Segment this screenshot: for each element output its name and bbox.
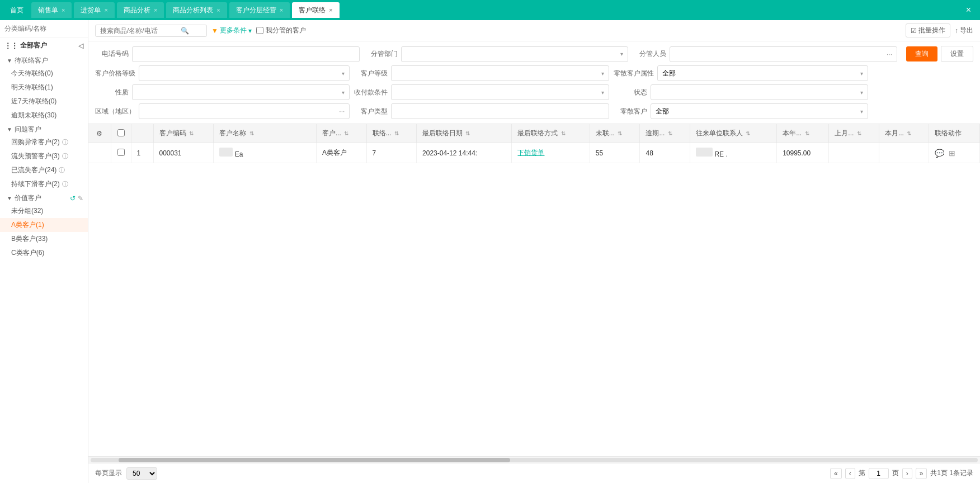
col-type[interactable]: 客户... ⇅ <box>316 124 366 143</box>
row-checkbox[interactable] <box>111 143 131 163</box>
col-this-year[interactable]: 本年... ⇅ <box>777 124 829 143</box>
close-tab-analysis[interactable]: × <box>154 7 157 13</box>
nav-home[interactable]: 首页 <box>4 2 29 18</box>
close-all-tabs[interactable]: × <box>962 5 976 15</box>
info-icon-declining[interactable]: ⓘ <box>62 180 68 188</box>
filter-phone-input[interactable] <box>132 46 360 62</box>
close-tab-customer-mgmt[interactable]: × <box>280 7 283 13</box>
sidebar-collapse-btn[interactable]: ◁ <box>78 42 83 50</box>
filter-row-2: 客户价格等级 ▾ 客户等级 ▾ 零散客户属性 全部 <box>95 65 973 81</box>
sidebar-item-c-class[interactable]: C类客户(6) <box>0 246 88 260</box>
col-code[interactable]: 客户编码 ⇅ <box>153 124 214 143</box>
sidebar-search-input[interactable] <box>4 25 88 32</box>
col-overdue[interactable]: 逾期... ⇅ <box>640 124 690 143</box>
row-select-checkbox[interactable] <box>117 149 125 156</box>
info-icon-abnormal[interactable]: ⓘ <box>62 138 68 146</box>
filter-person-input[interactable]: ··· <box>670 46 897 62</box>
sidebar-item-b-class[interactable]: B类客户(33) <box>0 232 88 246</box>
col-contact-person[interactable]: 往来单位联系人 ⇅ <box>690 124 777 143</box>
nav-tab-analysis-list[interactable]: 商品分析列表 × <box>166 2 227 18</box>
nav-tab-customer-mgmt[interactable]: 客户分层经营 × <box>229 2 290 18</box>
filter-status-select[interactable]: ▾ <box>651 84 868 100</box>
filter-phone: 电话号码 <box>95 46 360 62</box>
col-last-date[interactable]: 最后联络日期 ⇅ <box>417 124 512 143</box>
filter-price-level: 客户价格等级 ▾ <box>95 65 350 81</box>
sidebar-item-a-class[interactable]: A类客户(1) <box>0 218 88 232</box>
col-settings[interactable]: ⚙ <box>88 124 111 143</box>
sidebar-item-overdue-contact[interactable]: 逾期未联络(30) <box>0 108 88 122</box>
prev-page-btn[interactable]: ‹ <box>845 468 855 479</box>
page-size-select[interactable]: 50 10 20 100 <box>126 467 157 480</box>
sidebar-item-today-pending[interactable]: 今天待联络(0) <box>0 67 88 80</box>
sort-contact-person-icon: ⇅ <box>746 130 750 136</box>
filter-retail-attr-select[interactable]: 全部 ▾ <box>657 65 868 81</box>
filter-customer-level-select[interactable]: ▾ <box>391 65 609 81</box>
nav-tab-sales[interactable]: 销售单 × <box>31 2 72 18</box>
close-tab-purchase[interactable]: × <box>104 7 107 13</box>
last-page-btn[interactable]: » <box>916 468 927 479</box>
filter-search-input[interactable] <box>100 27 178 35</box>
filter-nature-select[interactable]: ▾ <box>132 84 350 100</box>
info-icon-churn-warning[interactable]: ⓘ <box>62 152 68 160</box>
close-tab-sales[interactable]: × <box>62 7 65 13</box>
export-button[interactable]: ↑ 导出 <box>955 26 973 35</box>
refresh-icon[interactable]: ↺ <box>70 195 76 202</box>
settings-button[interactable]: 设置 <box>941 46 973 62</box>
close-tab-analysis-list[interactable]: × <box>216 7 220 13</box>
sidebar-group-problem[interactable]: ▼ 问题客户 <box>0 122 88 135</box>
filter-retail-customer-select[interactable]: 全部 ▾ <box>651 103 868 119</box>
my-customers-checkbox[interactable]: 我分管的客户 <box>256 26 306 35</box>
col-name[interactable]: 客户名称 ⇅ <box>214 124 316 143</box>
row-code[interactable]: 000031 <box>153 143 214 163</box>
query-button[interactable]: 查询 <box>906 46 937 61</box>
page-input[interactable] <box>869 468 889 479</box>
page-size-label: 每页显示 <box>95 468 122 478</box>
close-tab-customer-contact[interactable]: × <box>329 7 332 13</box>
select-all-checkbox[interactable] <box>117 129 125 136</box>
filter-row-4: 区域（地区） ··· 客户类型 零散客户 全部 ▾ <box>95 103 973 119</box>
filter-dept-select[interactable]: ▾ <box>401 46 629 62</box>
info-icon-churned[interactable]: ⓘ <box>59 166 65 174</box>
sidebar-item-tomorrow-pending[interactable]: 明天待联络(1) <box>0 80 88 94</box>
scrollbar-thumb[interactable] <box>119 458 510 462</box>
col-last-month[interactable]: 上月... ⇅ <box>829 124 879 143</box>
first-page-btn[interactable]: « <box>830 468 842 479</box>
sidebar-item-ungrouped[interactable]: 未分组(32) <box>0 204 88 218</box>
filter-payment-select[interactable]: ▾ <box>391 84 609 100</box>
edit-icon[interactable]: ✎ <box>78 195 83 202</box>
col-contact-count[interactable]: 联络... ⇅ <box>366 124 417 143</box>
col-uncontacted[interactable]: 未联... ⇅ <box>590 124 640 143</box>
sidebar-group-pending[interactable]: ▼ 待联络客户 <box>0 54 88 67</box>
chevron-down-icon: ▾ <box>248 27 252 35</box>
total-label: 共1页 1条记录 <box>930 468 973 478</box>
filter-search-icon[interactable]: 🔍 <box>181 27 189 35</box>
sidebar-item-declining[interactable]: 持续下滑客户(2) ⓘ <box>0 177 88 191</box>
sidebar-item-abnormal[interactable]: 回购异常客户(2) ⓘ <box>0 135 88 149</box>
filter-region-input[interactable]: ··· <box>139 103 350 119</box>
col-this-month[interactable]: 本月... ⇅ <box>879 124 929 143</box>
col-checkbox[interactable] <box>111 124 131 143</box>
batch-op-button[interactable]: ☑ 批量操作 <box>906 23 950 37</box>
scrollbar-track[interactable] <box>91 458 978 462</box>
my-customers-check[interactable] <box>256 27 263 34</box>
sidebar-item-7day-pending[interactable]: 近7天待联络(0) <box>0 94 88 108</box>
export-icon: ↑ <box>955 27 958 35</box>
sidebar-item-churn-warning[interactable]: 流失预警客户(3) ⓘ <box>0 149 88 163</box>
filter-price-level-select[interactable]: ▾ <box>139 65 350 81</box>
sidebar: 🔍 ⋮⋮ 全部客户 ◁ ▼ 待联络客户 今天待联络(0) 明天待联络(1) 近7… <box>0 20 88 483</box>
row-last-method[interactable]: 下销货单 <box>512 143 590 163</box>
more-conditions-btn[interactable]: ▼ 更多条件 ▾ <box>211 26 252 35</box>
grid-action-icon[interactable]: ⊞ <box>949 149 955 158</box>
filter-customer-type-input[interactable] <box>391 103 609 119</box>
sidebar-item-churned[interactable]: 已流失客户(24) ⓘ <box>0 163 88 177</box>
nav-tab-customer-contact[interactable]: 客户联络 × <box>292 2 339 18</box>
sidebar-all-customers[interactable]: ⋮⋮ 全部客户 ◁ <box>0 37 88 54</box>
sidebar-group-value[interactable]: ▼ 价值客户 ↺ ✎ <box>0 191 88 204</box>
col-last-method[interactable]: 最后联络方式 ⇅ <box>512 124 590 143</box>
last-method-link[interactable]: 下销货单 <box>517 149 544 157</box>
chat-icon[interactable]: 💬 <box>935 149 944 158</box>
next-page-btn[interactable]: › <box>902 468 912 479</box>
horizontal-scrollbar[interactable] <box>88 456 980 463</box>
nav-tab-analysis[interactable]: 商品分析 × <box>117 2 164 18</box>
nav-tab-purchase[interactable]: 进货单 × <box>74 2 114 18</box>
